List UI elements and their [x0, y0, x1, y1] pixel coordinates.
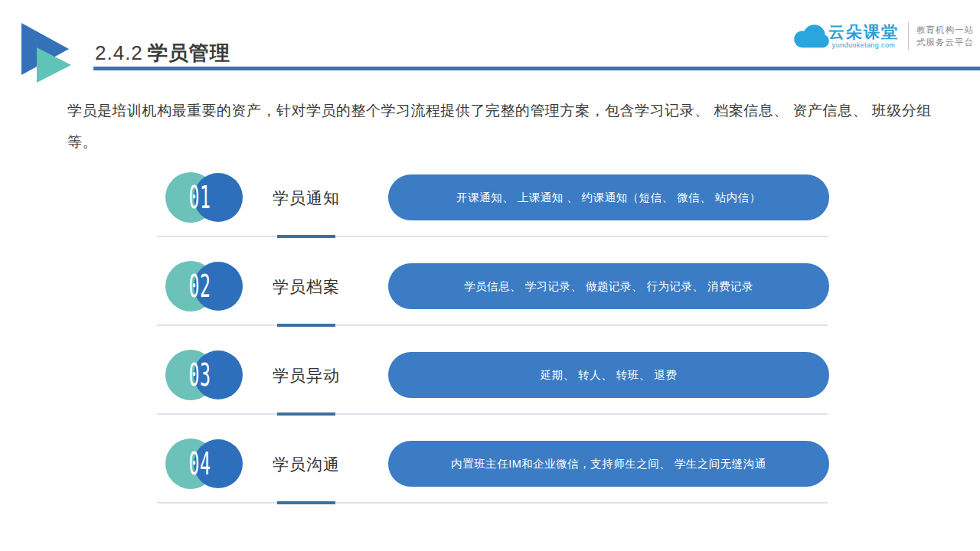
- row-description-pill: 开课通知、 上课通知 、 约课通知（短信、 微信、 站内信）: [388, 174, 829, 220]
- row-description: 延期、 转人、 转班、 退费: [541, 368, 678, 383]
- row-description-pill: 延期、 转人、 转班、 退费: [388, 352, 829, 398]
- row-description-pill: 内置班主任IM和企业微信，支持师生之间、 学生之间无缝沟通: [388, 441, 829, 487]
- brand-domain: yunduoketang.com: [832, 41, 895, 49]
- row-number: 01: [188, 181, 211, 214]
- section-number: 2.4.2: [95, 41, 143, 64]
- row-description: 开课通知、 上课通知 、 约课通知（短信、 微信、 站内信）: [456, 191, 761, 205]
- row-description-pill: 学员信息、 学习记录、 做题记录、 行为记录、 消费记录: [388, 263, 829, 309]
- page-title: 2.4.2学员管理: [95, 40, 230, 67]
- row-number: 03: [188, 359, 211, 391]
- row-description: 学员信息、 学习记录、 做题记录、 行为记录、 消费记录: [464, 279, 753, 294]
- feature-list: 01 学员通知 开课通知、 上课通知 、 约课通知（短信、 微信、 站内信） 0…: [157, 153, 829, 508]
- row-label: 学员档案: [256, 276, 356, 298]
- row-separator: [157, 324, 828, 326]
- brand-tagline-line1: 教育机构一站: [916, 24, 974, 36]
- intro-paragraph: 学员是培训机构最重要的资产，针对学员的整个学习流程提供了完整的管理方案，包含学习…: [67, 95, 933, 158]
- row-separator-accent: [277, 501, 335, 504]
- brand-tagline: 教育机构一站 式服务云平台: [916, 24, 974, 48]
- brand-name: 云朵课堂: [828, 23, 899, 41]
- title-underline: [93, 67, 980, 70]
- row-separator-accent: [277, 235, 335, 238]
- row-number: 02: [188, 270, 211, 302]
- slide-page: 2.4.2学员管理 云朵课堂 yunduoketang.com 教育机构一站 式…: [0, 0, 980, 551]
- row-label: 学员沟通: [256, 454, 356, 475]
- triangle-logo-teal: [37, 47, 71, 83]
- row-separator: [157, 502, 828, 504]
- brand-text: 云朵课堂 yunduoketang.com: [828, 23, 899, 49]
- feature-row-3: 03 学员异动 延期、 转人、 转班、 退费: [157, 331, 829, 419]
- brand-divider: [908, 22, 909, 50]
- row-label: 学员通知: [256, 187, 356, 209]
- feature-row-1: 01 学员通知 开课通知、 上课通知 、 约课通知（短信、 微信、 站内信）: [157, 153, 829, 242]
- row-separator-accent: [277, 412, 335, 416]
- row-label: 学员异动: [256, 365, 356, 386]
- row-description: 内置班主任IM和企业微信，支持师生之间、 学生之间无缝沟通: [451, 457, 766, 471]
- feature-row-2: 02 学员档案 学员信息、 学习记录、 做题记录、 行为记录、 消费记录: [157, 242, 829, 331]
- row-separator: [157, 236, 828, 237]
- brand-logo: 云朵课堂 yunduoketang.com 教育机构一站 式服务云平台: [792, 20, 974, 52]
- cloud-icon: [792, 20, 833, 52]
- row-separator-accent: [277, 324, 335, 327]
- brand-tagline-line2: 式服务云平台: [916, 36, 974, 48]
- section-title: 学员管理: [148, 41, 230, 64]
- feature-row-4: 04 学员沟通 内置班主任IM和企业微信，支持师生之间、 学生之间无缝沟通: [157, 419, 829, 508]
- row-separator: [157, 413, 828, 415]
- row-number: 04: [188, 448, 211, 480]
